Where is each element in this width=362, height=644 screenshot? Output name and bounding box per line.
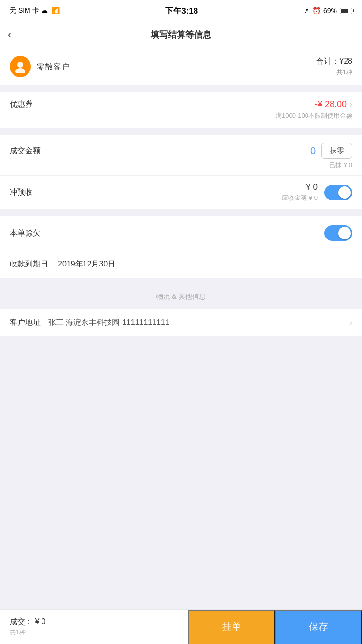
hang-button[interactable]: 挂单 — [188, 610, 275, 644]
coupon-chevron-icon: › — [349, 99, 352, 110]
status-right: ↗ ⏰ 69% — [304, 7, 352, 14]
deal-amount-value: 0 — [310, 145, 316, 156]
prepay-right: ¥ 0 应收金额 ¥ 0 — [282, 182, 352, 202]
bottom-deal-value: ¥ 0 — [35, 617, 45, 626]
customer-section: 零散客户 合计：¥28 共1种 — [0, 48, 362, 85]
page-title: 填写结算等信息 — [151, 29, 211, 41]
due-date-row: 收款到期日 2019年12月30日 — [0, 251, 362, 278]
bottom-info: 成交： ¥ 0 共1种 — [0, 617, 188, 637]
coupon-desc: 满1000-100不限制使用金额 — [10, 112, 352, 120]
alarm-icon: ⏰ — [312, 7, 320, 14]
divider-5 — [0, 336, 362, 433]
save-button[interactable]: 保存 — [275, 610, 362, 644]
address-row[interactable]: 客户地址 张三 海淀永丰科技园 11111111111 › — [0, 309, 362, 336]
logistics-text: 物流 & 其他信息 — [156, 293, 205, 301]
status-time: 下午3:18 — [165, 5, 198, 16]
deal-amount-label: 成交金额 — [10, 146, 41, 156]
prepay-sub-amount: 应收金额 ¥ 0 — [282, 194, 318, 202]
prepay-row: 冲预收 ¥ 0 应收金额 ¥ 0 — [0, 176, 362, 209]
avatar — [10, 56, 31, 77]
debit-label: 本单赊欠 — [10, 228, 41, 238]
wifi-icon: 📶 — [52, 7, 60, 14]
main-content: 零散客户 合计：¥28 共1种 优惠券 -¥ 28.00 › 满1000-100… — [0, 48, 362, 472]
due-date-label: 收款到期日 — [10, 259, 48, 269]
debit-toggle[interactable] — [324, 225, 352, 241]
coupon-section: 优惠券 -¥ 28.00 › 满1000-100不限制使用金额 — [0, 92, 362, 128]
svg-point-0 — [17, 62, 23, 68]
prepay-label: 冲预收 — [10, 187, 33, 197]
divider-1 — [0, 85, 362, 92]
bottom-deal: 成交： ¥ 0 — [10, 617, 179, 627]
back-button[interactable]: ‹ — [8, 28, 11, 41]
customer-name: 零散客户 — [37, 61, 70, 72]
status-left: 无 SIM 卡 ☁ 📶 — [10, 6, 60, 15]
address-chevron-icon: › — [349, 318, 352, 328]
battery-pct: 69% — [323, 7, 337, 14]
deal-amount-row: 成交金额 0 抹零 已抹 ¥ 0 — [0, 135, 362, 176]
battery-icon — [340, 8, 352, 14]
prepay-amounts: ¥ 0 应收金额 ¥ 0 — [282, 182, 318, 202]
prepay-toggle[interactable] — [324, 185, 352, 200]
svg-point-1 — [15, 68, 25, 73]
coupon-right: -¥ 28.00 › — [315, 99, 352, 110]
divider-4 — [0, 278, 362, 285]
round-button[interactable]: 抹零 — [321, 143, 352, 159]
prepay-main-amount: ¥ 0 — [282, 182, 318, 192]
address-value: 张三 海淀永丰科技园 11111111111 — [48, 318, 346, 328]
address-section: 客户地址 张三 海淀永丰科技园 11111111111 › — [0, 309, 362, 336]
bottom-bar: 成交： ¥ 0 共1种 挂单 保存 — [0, 609, 362, 644]
customer-right: 合计：¥28 共1种 — [316, 56, 352, 77]
coupon-row[interactable]: 优惠券 -¥ 28.00 › 满1000-100不限制使用金额 — [0, 92, 362, 128]
customer-row: 零散客户 合计：¥28 共1种 — [0, 48, 362, 85]
logistics-line-left — [10, 297, 149, 297]
due-date-value: 2019年12月30日 — [58, 259, 115, 269]
status-bar: 无 SIM 卡 ☁ 📶 下午3:18 ↗ ⏰ 69% — [0, 0, 362, 21]
debit-row: 本单赊欠 — [0, 216, 362, 251]
coupon-label: 优惠券 — [10, 99, 33, 110]
divider-3 — [0, 209, 362, 216]
logistics-header: 物流 & 其他信息 — [0, 285, 362, 309]
divider-2 — [0, 128, 362, 135]
address-label: 客户地址 — [10, 318, 41, 328]
customer-count: 共1种 — [316, 68, 352, 77]
sim-text: 无 SIM 卡 ☁ — [10, 6, 48, 15]
nav-bar: ‹ 填写结算等信息 — [0, 21, 362, 48]
bottom-count: 共1种 — [10, 628, 179, 637]
logistics-line-right — [213, 297, 352, 297]
location-icon: ↗ — [304, 7, 309, 14]
customer-total: 合计：¥28 — [316, 56, 352, 67]
deal-sub: 已抹 ¥ 0 — [10, 161, 352, 169]
deal-right: 0 抹零 — [310, 143, 352, 159]
debit-section: 本单赊欠 收款到期日 2019年12月30日 — [0, 216, 362, 278]
bottom-deal-label: 成交： — [10, 617, 33, 626]
deal-section: 成交金额 0 抹零 已抹 ¥ 0 冲预收 ¥ 0 应收金额 ¥ 0 — [0, 135, 362, 209]
coupon-amount: -¥ 28.00 — [315, 99, 347, 110]
customer-left: 零散客户 — [10, 56, 70, 77]
